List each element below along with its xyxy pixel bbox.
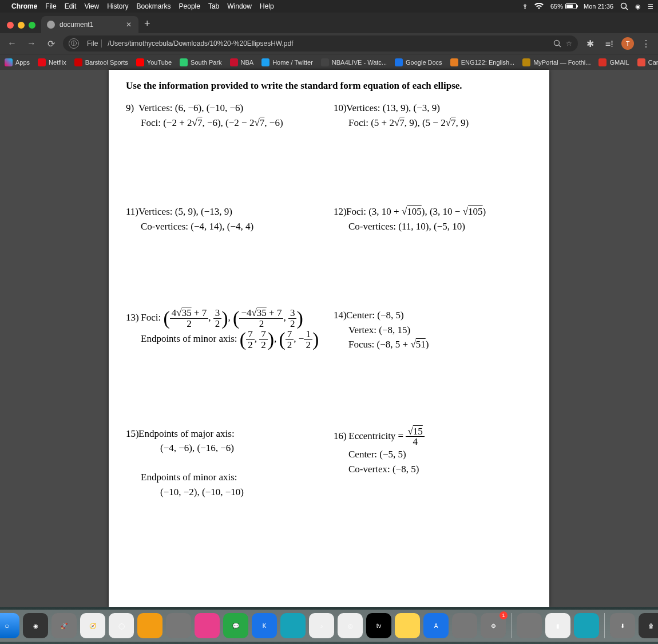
- problem-9-foci: Foci: (−2 + 2√7, −6), (−2 − 2√7, −6): [126, 117, 283, 128]
- bookmark-eng122[interactable]: ENG122: English...: [450, 58, 515, 66]
- spotlight-icon[interactable]: [620, 2, 628, 10]
- dock-notes[interactable]: [395, 613, 420, 638]
- problem-9: 9)Vertices: (6, −6), (−10, −6) Foci: (−2…: [126, 101, 324, 130]
- pdf-viewport[interactable]: Use the information provided to write th…: [0, 70, 658, 607]
- menu-help[interactable]: Help: [260, 2, 274, 10]
- dock-downloads[interactable]: ⬇: [610, 613, 635, 638]
- dock-safari[interactable]: 🧭: [80, 613, 105, 638]
- dock-app-3[interactable]: [195, 613, 220, 638]
- dock-facetime[interactable]: ▮: [545, 613, 570, 638]
- menubar-clock[interactable]: Mon 21:36: [584, 3, 613, 10]
- window-zoom-button[interactable]: [29, 22, 35, 29]
- reload-button[interactable]: ⟳: [43, 36, 58, 51]
- site-info-icon[interactable]: ⓘ: [69, 38, 79, 49]
- menu-history[interactable]: History: [107, 2, 128, 10]
- bookmark-nba[interactable]: NBA: [230, 58, 254, 66]
- wifi-icon[interactable]: [534, 3, 544, 10]
- dock-appletv[interactable]: tv: [366, 613, 391, 638]
- dock-chrome[interactable]: ◯: [109, 613, 134, 638]
- menu-view[interactable]: View: [84, 2, 99, 10]
- dock-photos[interactable]: [452, 613, 477, 638]
- myportal-icon: [522, 58, 530, 66]
- tab-favicon: [47, 21, 55, 29]
- tab-close-button[interactable]: ✕: [125, 21, 133, 29]
- dock-separator: [511, 613, 512, 638]
- bookmark-barstool[interactable]: Barstool Sports: [74, 58, 128, 66]
- pdf-page: Use the information provided to write th…: [109, 70, 549, 607]
- browser-toolbar: ← → ⟳ ⓘ File /Users/timothycebula/Downlo…: [0, 33, 658, 54]
- dock-settings[interactable]: ⚙ 1: [481, 613, 506, 638]
- apps-icon: [5, 58, 13, 66]
- bookmark-twitter[interactable]: Home / Twitter: [261, 58, 313, 66]
- bookmark-gmail[interactable]: GMAIL: [598, 58, 629, 66]
- window-minimize-button[interactable]: [18, 22, 25, 29]
- bookmark-star-icon[interactable]: ☆: [566, 39, 572, 48]
- bookmark-googledocs[interactable]: Google Docs: [395, 58, 442, 66]
- extensions-icon[interactable]: ✱: [582, 36, 597, 51]
- active-app-name[interactable]: Chrome: [11, 2, 37, 10]
- bookmark-nba4live[interactable]: NBA4LIVE - Watc...: [321, 58, 387, 66]
- dock-recent-2[interactable]: [574, 613, 599, 638]
- menu-tab[interactable]: Tab: [208, 2, 219, 10]
- menu-bookmarks[interactable]: Bookmarks: [137, 2, 171, 10]
- airplay-icon[interactable]: ⇪: [522, 3, 528, 10]
- dock-recent-1[interactable]: [517, 613, 542, 638]
- bookmark-netflix[interactable]: Netflix: [38, 58, 66, 66]
- siri-icon[interactable]: ◉: [635, 3, 641, 10]
- eng122-icon: [450, 58, 458, 66]
- problem-10-foci: Foci: (5 + 2√7, 9), (5 − 2√7, 9): [334, 117, 469, 128]
- chrome-menu-icon[interactable]: ⋮: [639, 36, 653, 51]
- dock-trash[interactable]: 🗑: [639, 613, 658, 638]
- apps-shortcut[interactable]: Apps: [5, 58, 30, 66]
- menu-edit[interactable]: Edit: [65, 2, 77, 10]
- dock-area: ☺ ◉ 🚀 🧭 ◯ 💬 K ♪ ◎ tv A ⚙ 1 ▮ ⬇ 🗑: [0, 607, 658, 644]
- googledocs-icon: [395, 58, 403, 66]
- forward-button[interactable]: →: [24, 36, 39, 51]
- macos-menubar: Chrome File Edit View History Bookmarks …: [0, 0, 658, 13]
- dock-music[interactable]: ♪: [309, 613, 334, 638]
- tab-title: document1: [60, 21, 93, 29]
- dock-app-1[interactable]: [137, 613, 162, 638]
- dock-app-2[interactable]: [166, 613, 191, 638]
- profile-avatar[interactable]: T: [621, 37, 634, 50]
- back-button[interactable]: ←: [5, 36, 19, 51]
- address-bar[interactable]: ⓘ File /Users/timothycebula/Downloads/10…: [63, 35, 578, 52]
- browser-tab[interactable]: document1 ✕: [41, 16, 138, 33]
- worksheet-instruction: Use the information provided to write th…: [126, 80, 532, 92]
- battery-status[interactable]: 65%: [550, 3, 577, 10]
- svg-point-0: [621, 3, 627, 9]
- dock-finder[interactable]: ☺: [0, 613, 19, 638]
- new-tab-button[interactable]: +: [138, 18, 156, 33]
- dock-appstore[interactable]: A: [423, 613, 449, 638]
- chrome-window: document1 ✕ + ← → ⟳ ⓘ File /Users/timoth…: [0, 13, 658, 607]
- bookmark-myportal[interactable]: MyPortal — Foothi...: [522, 58, 590, 66]
- menu-window[interactable]: Window: [227, 2, 252, 10]
- dock-app-4[interactable]: K: [252, 613, 277, 638]
- bookmark-canvas[interactable]: Canvas: [637, 58, 658, 66]
- url-scheme: File: [84, 39, 102, 48]
- gmail-icon: [598, 58, 607, 66]
- twitter-icon: [261, 58, 269, 66]
- menu-people[interactable]: People: [179, 2, 200, 10]
- svg-point-2: [554, 41, 560, 46]
- svg-line-1: [626, 8, 628, 10]
- menu-file[interactable]: File: [45, 2, 56, 10]
- problem-13-minor: Endpoints of minor axis: (72, 72), (72, …: [126, 333, 319, 344]
- omnibox-search-icon[interactable]: [553, 39, 561, 48]
- svg-line-3: [559, 45, 561, 48]
- dock: ☺ ◉ 🚀 🧭 ◯ 💬 K ♪ ◎ tv A ⚙ 1 ▮ ⬇ 🗑: [0, 610, 658, 642]
- dock-siri[interactable]: ◉: [23, 613, 48, 638]
- dock-messages[interactable]: 💬: [223, 613, 248, 638]
- bookmark-southpark[interactable]: South Park: [180, 58, 221, 66]
- reading-list-icon[interactable]: ≡⁞: [602, 36, 617, 51]
- bookmark-youtube[interactable]: YouTube: [136, 58, 172, 66]
- window-close-button[interactable]: [7, 22, 14, 29]
- problem-16-ecc: Eccentricity = √154: [348, 430, 425, 441]
- notification-center-icon[interactable]: ☰: [648, 3, 653, 10]
- problem-11: 11)Vertices: (5, 9), (−13, 9) Co-vertice…: [126, 204, 324, 234]
- dock-podcasts[interactable]: ◎: [338, 613, 363, 638]
- dock-app-5[interactable]: [280, 613, 306, 638]
- problem-14-focus: Focus: (−8, 5 + √51): [334, 339, 429, 350]
- problem-16: 16) Eccentricity = √154 Center: (−5, 5) …: [334, 426, 532, 500]
- dock-launchpad[interactable]: 🚀: [51, 613, 77, 638]
